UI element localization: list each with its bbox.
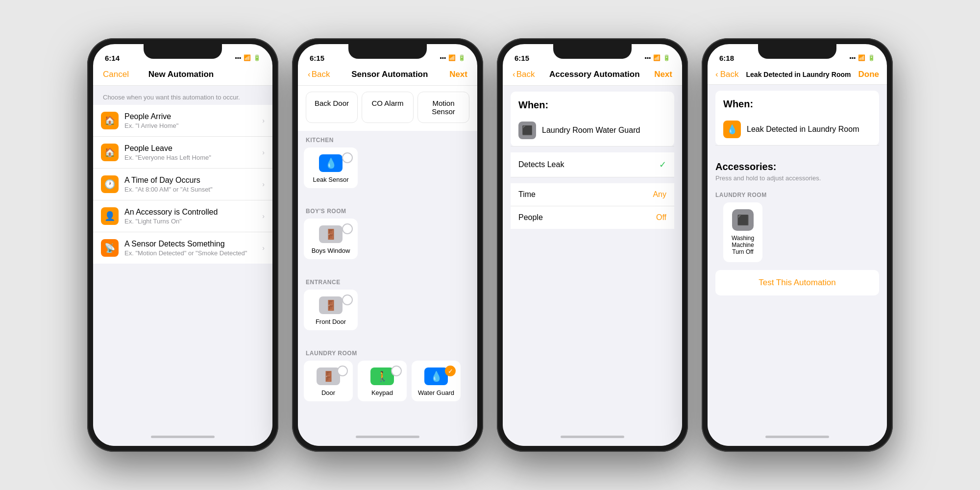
notch-3 [553, 44, 632, 59]
boys-room-label: BOY'S ROOM [298, 202, 477, 219]
list-text-accessory: An Accessory is Controlled Ex. "Light Tu… [124, 208, 262, 225]
laundry-room-section: LAUNDRY ROOM 🚪 Door 🚶 Keypad [298, 344, 477, 405]
accessory-icon: 👤 [101, 207, 119, 225]
list-title-accessory: An Accessory is Controlled [124, 208, 262, 217]
list-text-time: A Time of Day Occurs Ex. "At 8:00 AM" or… [124, 176, 262, 193]
boys-window-icon: 🚪 [319, 225, 343, 243]
front-door-card[interactable]: 🚪 Front Door [304, 290, 358, 330]
list-1: 🏠 People Arrive Ex. "I Arrive Home" › 🏠 … [93, 105, 272, 264]
washing-machine-icon: ⬛ [732, 209, 754, 231]
washing-machine-name: Washing Machine Turn Off [730, 235, 756, 255]
back-button-2[interactable]: ‹ Back [308, 70, 330, 79]
status-icons-2: ▪▪▪ 📶 🔋 [440, 54, 466, 61]
screen-2: Back Door CO Alarm Motion Sensor KITCHEN… [298, 86, 477, 446]
time-3: 6:15 [514, 54, 529, 62]
nav-title-2: Sensor Automation [330, 70, 449, 79]
condition-row-3[interactable]: Detects Leak ✓ [511, 152, 674, 177]
keypad-icon: 🚶 [370, 368, 394, 385]
list-title-leave: People Leave [124, 144, 262, 153]
back-label-4: Back [720, 70, 739, 79]
nav-bar-2: ‹ Back Sensor Automation Next [298, 66, 477, 86]
front-door-label: Front Door [316, 318, 346, 325]
list-item-people-arrive[interactable]: 🏠 People Arrive Ex. "I Arrive Home" › [93, 105, 272, 137]
water-guard-radio[interactable] [445, 366, 456, 376]
wifi-icon: 📶 [244, 54, 251, 61]
list-title-sensor: A Sensor Detects Something [124, 240, 262, 248]
signal-icon: ▪▪▪ [235, 54, 241, 61]
list-item-accessory[interactable]: 👤 An Accessory is Controlled Ex. "Light … [93, 200, 272, 232]
cancel-button[interactable]: Cancel [103, 70, 129, 79]
leak-sensor-radio[interactable] [342, 152, 353, 163]
laundry-door-radio[interactable] [337, 366, 348, 376]
laundry-door-card[interactable]: 🚪 Door [304, 361, 353, 401]
home-bar-4 [765, 436, 829, 438]
time-icon: 🕐 [101, 175, 119, 193]
water-guard-card[interactable]: 💧 Water Guard [412, 361, 461, 401]
motion-sensor-btn[interactable]: Motion Sensor [417, 92, 469, 123]
keypad-label: Keypad [371, 389, 393, 396]
subtitle-1: Choose when you want this automation to … [93, 86, 272, 105]
entrance-section: ENTRANCE 🚪 Front Door [298, 273, 477, 334]
sensor-icon: 📡 [101, 239, 119, 257]
list-item-time[interactable]: 🕐 A Time of Day Occurs Ex. "At 8:00 AM" … [93, 169, 272, 200]
battery-icon-4: 🔋 [868, 54, 875, 61]
sensor-top-buttons: Back Door CO Alarm Motion Sensor [306, 92, 469, 123]
when-value-row-4: 💧 Leak Detected in Laundry Room [715, 114, 879, 146]
leak-icon-4: 💧 [723, 121, 741, 138]
back-door-btn[interactable]: Back Door [306, 92, 358, 123]
test-automation-button[interactable]: Test This Automation [715, 270, 879, 295]
front-door-icon: 🚪 [319, 296, 343, 314]
next-button-2[interactable]: Next [449, 70, 467, 79]
back-chevron-3: ‹ [513, 70, 515, 79]
laundry-room-label-p2: LAUNDRY ROOM [298, 344, 477, 361]
keypad-card[interactable]: 🚶 Keypad [358, 361, 407, 401]
sensor-top-section: Back Door CO Alarm Motion Sensor [298, 86, 477, 131]
laundry-door-label: Door [321, 389, 335, 396]
list-item-sensor[interactable]: 📡 A Sensor Detects Something Ex. "Motion… [93, 232, 272, 264]
nav-title-1: New Automation [129, 70, 233, 79]
back-label-3: Back [516, 70, 535, 79]
accessory-name-3: Laundry Room Water Guard [542, 126, 640, 135]
time-2: 6:15 [310, 54, 324, 62]
home-bar-2 [356, 436, 419, 438]
nav-bar-1: Cancel New Automation [93, 66, 272, 86]
list-text-arrive: People Arrive Ex. "I Arrive Home" [124, 112, 262, 129]
boys-window-label: Boys Window [312, 247, 350, 254]
back-button-4[interactable]: ‹ Back [715, 70, 738, 79]
co-alarm-btn[interactable]: CO Alarm [362, 92, 414, 123]
condition-check-3: ✓ [659, 159, 666, 170]
list-item-people-leave[interactable]: 🏠 People Leave Ex. "Everyone Has Left Ho… [93, 137, 272, 169]
back-label-2: Back [312, 70, 330, 79]
nav-title-4: Leak Detected in Laundry Room [738, 71, 858, 78]
wifi-icon-4: 📶 [858, 54, 865, 61]
next-button-3[interactable]: Next [654, 70, 672, 79]
front-door-radio[interactable] [342, 294, 353, 305]
back-button-3[interactable]: ‹ Back [513, 70, 535, 79]
water-guard-icon: 💧 [424, 368, 448, 385]
phone-1: 6:14 ▪▪▪ 📶 🔋 Cancel New Automation Choos… [87, 38, 278, 452]
screen-1: Choose when you want this automation to … [93, 86, 272, 446]
condition-label-3: Detects Leak [518, 160, 564, 169]
chevron-time: › [262, 180, 265, 188]
washing-machine-card[interactable]: ⬛ Washing Machine Turn Off [723, 202, 762, 262]
leak-sensor-label: Leak Sensor [313, 176, 349, 183]
list-title-arrive: People Arrive [124, 112, 262, 121]
water-guard-label: Water Guard [418, 389, 454, 396]
nav-bar-3: ‹ Back Accessory Automation Next [503, 66, 682, 86]
accessory-icon-3: ⬛ [518, 122, 536, 139]
when-section-3: When: ⬛ Laundry Room Water Guard [511, 92, 674, 147]
people-row-3[interactable]: People Off [511, 206, 674, 229]
keypad-radio[interactable] [391, 366, 402, 376]
boys-window-card[interactable]: 🚪 Boys Window [304, 219, 358, 259]
wifi-icon-3: 📶 [653, 54, 661, 61]
done-button-4[interactable]: Done [858, 70, 880, 79]
phone-4: 6:18 ▪▪▪ 📶 🔋 ‹ Back Leak Detected in Lau… [702, 38, 893, 452]
boys-window-radio[interactable] [342, 223, 353, 234]
kitchen-label: KITCHEN [298, 131, 477, 147]
chevron-arrive: › [262, 117, 265, 124]
signal-icon-4: ▪▪▪ [849, 54, 856, 61]
leak-sensor-card[interactable]: 💧 Leak Sensor [304, 147, 358, 188]
list-title-time: A Time of Day Occurs [124, 176, 262, 185]
time-row-3[interactable]: Time Any [511, 183, 674, 206]
chevron-sensor: › [262, 244, 265, 252]
